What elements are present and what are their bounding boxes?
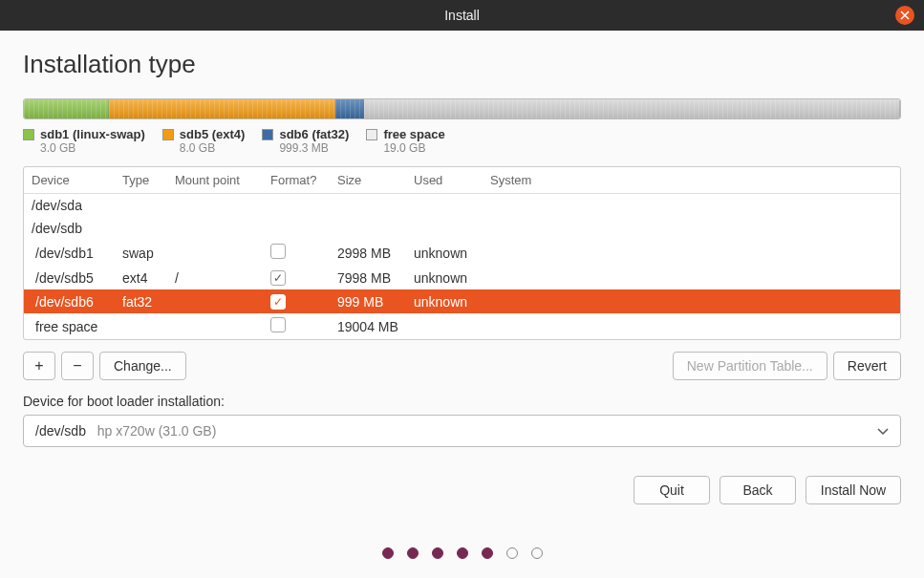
format-checkbox[interactable] — [270, 244, 286, 259]
cell-mount: / — [175, 270, 270, 286]
cell-size: 19004 MB — [337, 319, 414, 334]
window-title: Install — [444, 8, 480, 23]
cell-device: /dev/sdb5 — [35, 270, 122, 286]
disk-legend: sdb1 (linux-swap) 3.0 GB sdb5 (ext4) 8.0… — [23, 127, 901, 155]
new-partition-table-button[interactable]: New Partition Table... — [673, 352, 827, 380]
col-system[interactable]: System — [490, 173, 892, 187]
table-row[interactable]: /dev/sda — [24, 194, 900, 217]
table-row[interactable]: /dev/sdb6 fat32 999 MB unknown — [24, 289, 900, 313]
table-header: Device Type Mount point Format? Size Use… — [24, 167, 900, 194]
table-row[interactable]: /dev/sdb1 swap 2998 MB unknown — [24, 240, 900, 266]
remove-partition-button[interactable]: − — [61, 352, 94, 380]
close-button[interactable] — [895, 6, 914, 25]
legend-item[interactable]: sdb1 (linux-swap) 3.0 GB — [23, 127, 145, 155]
titlebar: Install — [0, 0, 924, 31]
legend-swatch — [162, 129, 174, 140]
col-type[interactable]: Type — [122, 173, 175, 187]
cell-type: swap — [122, 246, 175, 261]
legend-size: 999.3 MB — [279, 141, 349, 155]
cell-used: unknown — [414, 270, 490, 286]
install-now-button[interactable]: Install Now — [806, 476, 901, 504]
col-size[interactable]: Size — [337, 173, 414, 187]
progress-dot[interactable] — [457, 547, 468, 559]
col-used[interactable]: Used — [414, 173, 490, 187]
boot-loader-label: Device for boot loader installation: — [23, 394, 901, 409]
cell-used: unknown — [414, 246, 490, 261]
partition-table: Device Type Mount point Format? Size Use… — [23, 166, 901, 340]
disk-seg-fat32[interactable] — [335, 99, 364, 118]
boot-device-value: /dev/sdb — [35, 423, 86, 439]
progress-dot[interactable] — [382, 547, 394, 559]
table-row[interactable]: /dev/sdb5 ext4 / 7998 MB unknown — [24, 266, 900, 289]
table-row[interactable]: free space 19004 MB — [24, 313, 900, 339]
progress-dot[interactable] — [531, 547, 543, 559]
format-checkbox[interactable] — [270, 294, 286, 310]
revert-button[interactable]: Revert — [833, 352, 901, 380]
legend-label: sdb5 (ext4) — [180, 127, 246, 141]
page-title: Installation type — [23, 50, 901, 79]
cell-device: /dev/sdb — [32, 221, 122, 236]
cell-device: /dev/sda — [32, 198, 122, 213]
disk-seg-swap[interactable] — [24, 99, 109, 118]
legend-label: free space — [383, 127, 444, 141]
format-checkbox[interactable] — [270, 317, 286, 332]
cell-size: 7998 MB — [337, 270, 414, 286]
disk-usage-bar — [23, 98, 901, 119]
legend-size: 19.0 GB — [383, 141, 444, 155]
cell-device: /dev/sdb1 — [35, 246, 122, 261]
legend-size: 8.0 GB — [180, 141, 246, 155]
disk-seg-ext4[interactable] — [109, 99, 335, 118]
partition-toolbar: + − Change... New Partition Table... Rev… — [23, 352, 901, 380]
cell-device: free space — [35, 319, 122, 334]
boot-device-detail: hp x720w (31.0 GB) — [97, 423, 217, 439]
cell-size: 999 MB — [337, 294, 414, 310]
quit-button[interactable]: Quit — [634, 476, 710, 504]
format-checkbox[interactable] — [270, 270, 286, 286]
cell-size: 2998 MB — [337, 246, 414, 261]
legend-item[interactable]: sdb6 (fat32) 999.3 MB — [262, 127, 349, 155]
cell-type: fat32 — [122, 294, 175, 310]
cell-type: ext4 — [122, 270, 175, 286]
progress-dots — [0, 547, 924, 559]
legend-size: 3.0 GB — [40, 141, 145, 155]
cell-device: /dev/sdb6 — [35, 294, 122, 310]
add-partition-button[interactable]: + — [23, 352, 55, 380]
col-format[interactable]: Format? — [270, 173, 337, 187]
boot-loader-dropdown[interactable]: /dev/sdb hp x720w (31.0 GB) — [23, 415, 901, 447]
cell-used: unknown — [414, 294, 490, 310]
table-row[interactable]: /dev/sdb — [24, 217, 900, 240]
disk-seg-free[interactable] — [364, 99, 900, 118]
change-partition-button[interactable]: Change... — [99, 352, 186, 380]
chevron-down-icon — [877, 423, 889, 439]
progress-dot[interactable] — [432, 547, 443, 559]
close-icon — [900, 11, 910, 20]
progress-dot[interactable] — [407, 547, 419, 559]
legend-swatch — [366, 129, 377, 140]
legend-item[interactable]: sdb5 (ext4) 8.0 GB — [162, 127, 246, 155]
legend-swatch — [262, 129, 273, 140]
legend-item[interactable]: free space 19.0 GB — [366, 127, 444, 155]
progress-dot[interactable] — [482, 547, 493, 559]
legend-swatch — [23, 129, 34, 140]
progress-dot[interactable] — [506, 547, 518, 559]
col-mount[interactable]: Mount point — [175, 173, 270, 187]
legend-label: sdb6 (fat32) — [279, 127, 349, 141]
col-device[interactable]: Device — [32, 173, 122, 187]
nav-buttons: Quit Back Install Now — [23, 476, 901, 504]
back-button[interactable]: Back — [720, 476, 796, 504]
legend-label: sdb1 (linux-swap) — [40, 127, 145, 141]
